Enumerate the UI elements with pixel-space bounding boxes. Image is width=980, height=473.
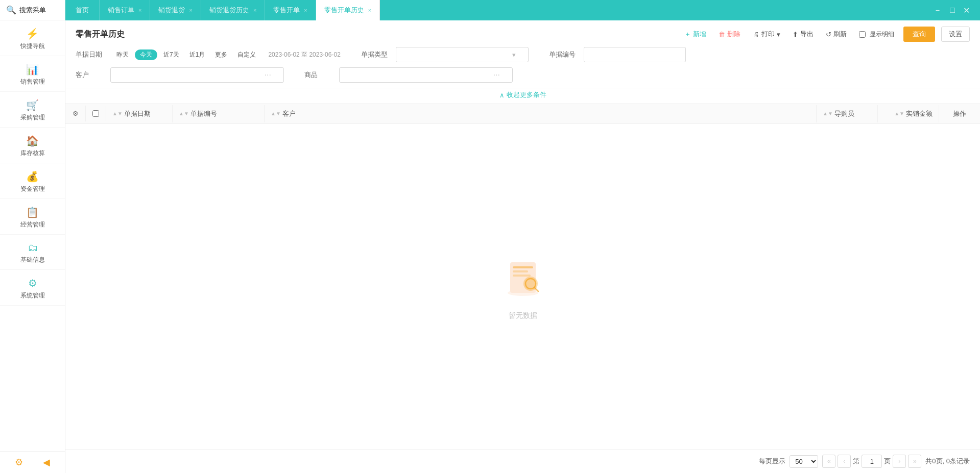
search-icon: 🔍 [6, 5, 16, 15]
th-operation: 操作 [939, 105, 980, 122]
window-controls: － □ ✕ [931, 3, 980, 18]
delete-label: 删除 [727, 30, 740, 39]
th-guide[interactable]: ▲▼ 导购员 [817, 105, 878, 122]
display-detail-toggle[interactable]: 显示明细 [856, 28, 897, 41]
refresh-button[interactable]: ↺ 刷新 [823, 28, 850, 41]
sidebar-search[interactable]: 🔍 搜索采单 [0, 0, 65, 20]
sidebar-item-jichu[interactable]: 🗂 基础信息 [0, 235, 65, 270]
sidebar-item-xitong[interactable]: ⚙ 系统管理 [0, 270, 65, 306]
prev-page-btn[interactable]: ‹ [838, 455, 851, 468]
toolbar: ＋ 新增 🗑 删除 🖨 打印 ▾ ⬆ 导出 [681, 27, 970, 42]
goods-select[interactable]: ··· [339, 67, 513, 83]
customer-filter-label: 客户 [76, 70, 106, 80]
tab-sales-return-history[interactable]: 销货退货历史× [201, 0, 265, 20]
th-settings[interactable]: ⚙ [65, 106, 86, 121]
date-opt-近1月[interactable]: 近1月 [185, 49, 209, 60]
date-opt-自定义[interactable]: 自定义 [233, 49, 260, 60]
tab-retail-history[interactable]: 零售开单历史× [316, 0, 380, 20]
tab-label-sales-return: 销货退货 [158, 6, 185, 15]
per-page-select[interactable]: 50 10 20 100 [790, 455, 818, 468]
filter-row-1: 单据日期 昨天今天近7天近1月更多自定义 2023-06-02 至 2023-0… [76, 47, 970, 62]
tab-close-sales-return[interactable]: × [189, 7, 192, 13]
date-opt-近7天[interactable]: 近7天 [159, 49, 183, 60]
sidebar-collapse-icon[interactable]: ◀ [43, 457, 50, 468]
sidebar-label-kucun: 库存核算 [20, 149, 45, 158]
query-button[interactable]: 查询 [903, 27, 935, 42]
select-all-checkbox[interactable] [92, 110, 99, 117]
th-guide-label: 导购员 [834, 109, 854, 118]
print-arrow-icon: ▾ [777, 31, 780, 38]
date-opt-更多[interactable]: 更多 [211, 49, 231, 60]
next-page-btn[interactable]: › [893, 455, 906, 468]
th-bill-no[interactable]: ▲▼ 单据编号 [173, 105, 265, 122]
sidebar-item-kucun[interactable]: 🏠 库存核算 [0, 128, 65, 163]
zijin-icon: 💰 [26, 170, 39, 183]
empty-text: 暂无数据 [509, 311, 537, 320]
last-page-btn[interactable]: » [908, 455, 921, 468]
table-container: ⚙ ▲▼ 单据日期 ▲▼ 单据编号 ▲▼ 客户 ▲▼ [65, 104, 980, 473]
filter-area: 单据日期 昨天今天近7天近1月更多自定义 2023-06-02 至 2023-0… [76, 47, 970, 99]
per-page-label: 每页显示 [759, 457, 785, 466]
export-icon: ⬆ [793, 31, 798, 38]
tab-sales-return[interactable]: 销货退货× [150, 0, 201, 20]
tab-home[interactable]: 首页 [65, 0, 100, 20]
date-opt-昨天[interactable]: 昨天 [112, 49, 133, 60]
sidebar-item-zijin[interactable]: 💰 资金管理 [0, 163, 65, 199]
setting-button[interactable]: 设置 [941, 27, 970, 42]
main-area: 首页销售订单×销货退货×销货退货历史×零售开单×零售开单历史× － □ ✕ 零售… [65, 0, 980, 473]
bill-type-select[interactable]: ▾ [396, 47, 529, 62]
tab-close-retail-open[interactable]: × [304, 7, 307, 13]
delete-icon: 🗑 [719, 31, 725, 38]
tab-close-sales-order[interactable]: × [138, 7, 141, 13]
tab-sales-order[interactable]: 销售订单× [100, 0, 150, 20]
sidebar-search-label: 搜索采单 [19, 6, 46, 15]
th-amount[interactable]: ▲▼ 实销金额 [878, 105, 939, 122]
sidebar-item-jingying[interactable]: 📋 经营管理 [0, 199, 65, 235]
add-button[interactable]: ＋ 新增 [681, 28, 709, 41]
goods-filter-group: 商品 ··· [304, 67, 513, 83]
export-button[interactable]: ⬆ 导出 [790, 28, 817, 41]
sidebar-label-caigou: 采购管理 [20, 113, 45, 122]
bill-no-input[interactable] [584, 47, 686, 62]
print-icon: 🖨 [753, 31, 759, 38]
th-checkbox[interactable] [86, 106, 106, 121]
th-bill-no-label: 单据编号 [190, 109, 217, 118]
window-close-btn[interactable]: ✕ [961, 4, 972, 17]
kucun-icon: 🏠 [26, 135, 39, 147]
jingying-icon: 📋 [26, 206, 39, 218]
date-opt-今天[interactable]: 今天 [135, 49, 157, 60]
date-options: 昨天今天近7天近1月更多自定义 [112, 49, 260, 60]
sort-guide-icon: ▲▼ [823, 111, 833, 116]
sidebar-item-kuaijie[interactable]: ⚡ 快捷导航 [0, 20, 65, 56]
sort-date-icon: ▲▼ [112, 111, 123, 116]
page-number-input[interactable] [862, 455, 882, 468]
print-button[interactable]: 🖨 打印 ▾ [750, 28, 783, 41]
sidebar-item-caigou[interactable]: 🛒 采购管理 [0, 92, 65, 128]
sidebar-item-xiaoshou[interactable]: 📊 销售管理 [0, 56, 65, 92]
tab-label-retail-history: 零售开单历史 [324, 6, 364, 15]
sidebar-settings-icon[interactable]: ⚙ [15, 457, 23, 468]
window-max-btn[interactable]: □ [948, 4, 957, 17]
sidebar-label-kuaijie: 快捷导航 [20, 42, 45, 51]
display-detail-checkbox[interactable] [859, 31, 866, 38]
tab-close-sales-return-history[interactable]: × [253, 7, 256, 13]
th-customer-label: 客户 [282, 109, 296, 118]
collapse-filter-button[interactable]: ∧ 收起更多条件 [76, 90, 970, 99]
goods-filter-label: 商品 [304, 70, 335, 80]
delete-button[interactable]: 🗑 删除 [715, 28, 744, 41]
add-icon: ＋ [684, 30, 691, 39]
th-customer[interactable]: ▲▼ 客户 [265, 105, 817, 122]
window-min-btn[interactable]: － [931, 3, 944, 18]
sidebar-label-jingying: 经营管理 [20, 220, 45, 229]
column-settings-icon[interactable]: ⚙ [73, 110, 79, 117]
date-filter-label: 单据日期 [76, 50, 106, 59]
th-date[interactable]: ▲▼ 单据日期 [106, 105, 173, 122]
tab-retail-open[interactable]: 零售开单× [265, 0, 316, 20]
sort-bill-no-icon: ▲▼ [179, 111, 189, 116]
add-label: 新增 [693, 30, 706, 39]
page-title: 零售开单历史 [76, 29, 125, 40]
tab-close-retail-history[interactable]: × [368, 7, 371, 13]
customer-select[interactable]: ··· [110, 67, 284, 83]
first-page-btn[interactable]: « [822, 455, 835, 468]
tab-label-home: 首页 [76, 6, 89, 15]
